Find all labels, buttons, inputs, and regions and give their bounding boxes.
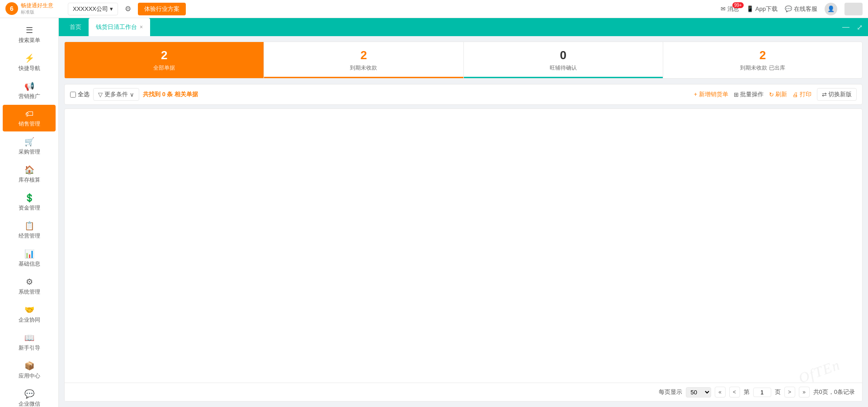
company-name: XXXXXX公司 bbox=[73, 5, 108, 13]
basic-info-icon: 📊 bbox=[24, 249, 34, 259]
switch-label: 切换新版 bbox=[828, 90, 852, 98]
sidebar-item-operations[interactable]: 📋经营管理 bbox=[3, 216, 56, 243]
batch-icon: ⊞ bbox=[734, 91, 739, 98]
sidebar-item-sales[interactable]: 🏷销售管理 bbox=[3, 105, 56, 131]
toolbar-right: + 新增销货单 ⊞ 批量操作 ↻ 刷新 🖨 打印 ⇄ 切换新版 bbox=[694, 88, 857, 101]
toolbar-left: 全选 ▽ 更多条件 ∨ 共找到 0 条 相关单据 bbox=[70, 88, 198, 101]
logo-icon: 6 bbox=[5, 2, 18, 15]
logo-text: 畅捷通好生意 bbox=[21, 2, 53, 9]
logo-sub: 标准版 bbox=[21, 9, 53, 15]
status-card-all[interactable]: 2全部单据 bbox=[65, 42, 264, 78]
sidebar-item-marketing[interactable]: 📢营销推广 bbox=[3, 77, 56, 104]
result-count: 0 bbox=[162, 91, 165, 98]
close-tab-icon[interactable]: × bbox=[140, 24, 143, 30]
app-download-button[interactable]: 📱 App下载 bbox=[746, 5, 778, 13]
avatar[interactable]: 👤 bbox=[825, 3, 837, 15]
nav-window-controls: — ⤢ bbox=[840, 21, 864, 33]
experience-button[interactable]: 体验行业方案 bbox=[138, 3, 186, 15]
sidebar-label-inventory: 库存核算 bbox=[19, 176, 40, 184]
first-page-button[interactable]: « bbox=[715, 387, 726, 398]
cooperation-icon: 🤝 bbox=[24, 305, 34, 315]
topbar: 6 畅捷通好生意 标准版 XXXXXX公司 ▾ ⚙ 体验行业方案 ✉ 消息 99… bbox=[0, 0, 868, 18]
add-order-button[interactable]: + 新增销货单 bbox=[694, 90, 728, 98]
sidebar-item-search[interactable]: ☰搜索菜单 bbox=[3, 21, 56, 48]
sidebar-label-basic-info: 基础信息 bbox=[19, 260, 40, 268]
chevron-down-icon: ▾ bbox=[110, 5, 113, 12]
filter-button[interactable]: ▽ 更多条件 ∨ bbox=[93, 88, 139, 101]
topbar-right: ✉ 消息 99+ 📱 App下载 💬 在线客服 👤 bbox=[721, 3, 863, 15]
sidebar-item-basic-info[interactable]: 📊基础信息 bbox=[3, 244, 56, 271]
print-icon: 🖨 bbox=[793, 91, 798, 98]
sidebar-item-purchase[interactable]: 🛒采购管理 bbox=[3, 132, 56, 159]
sidebar-label-system: 系统管理 bbox=[19, 288, 40, 296]
nav-tab-钱货日清工作台[interactable]: 钱货日清工作台 × bbox=[89, 18, 150, 36]
page-size-label: 每页显示 bbox=[659, 388, 682, 396]
sidebar-item-cooperation[interactable]: 🤝企业协同 bbox=[3, 300, 56, 327]
last-page-button[interactable]: » bbox=[799, 387, 810, 398]
refresh-button[interactable]: ↻ 刷新 bbox=[769, 90, 787, 98]
operations-icon: 📋 bbox=[24, 221, 34, 231]
next-page-button[interactable]: > bbox=[784, 387, 795, 398]
table-area: 每页显示 2050100 « < 第 页 > » 共0页，0条记录 bbox=[64, 108, 863, 402]
sidebar: ☰搜索菜单⚡快捷导航📢营销推广🏷销售管理🛒采购管理🏠库存核算💲资金管理📋经营管理… bbox=[0, 0, 59, 407]
company-selector[interactable]: XXXXXX公司 ▾ bbox=[68, 3, 118, 15]
result-prefix: 共找到 bbox=[143, 91, 160, 98]
batch-operation-button[interactable]: ⊞ 批量操作 bbox=[734, 90, 764, 98]
sidebar-item-quick-nav[interactable]: ⚡快捷导航 bbox=[3, 49, 56, 76]
status-card-overdue_shipped[interactable]: 2到期未收款 已出库 bbox=[663, 42, 862, 78]
card-indicator bbox=[464, 77, 663, 78]
sidebar-label-wechat: 企业微信 bbox=[19, 400, 40, 407]
switch-version-button[interactable]: ⇄ 切换新版 bbox=[817, 88, 857, 101]
card-label: 到期未收款 已出库 bbox=[740, 64, 785, 72]
wechat-icon: 💬 bbox=[24, 389, 34, 399]
sidebar-item-inventory[interactable]: 🏠库存核算 bbox=[3, 160, 56, 187]
select-all-checkbox[interactable]: 全选 bbox=[70, 90, 90, 98]
page-number-input[interactable] bbox=[753, 388, 771, 397]
quick-nav-icon: ⚡ bbox=[24, 53, 34, 63]
pagination-summary: 共0页，0条记录 bbox=[813, 388, 855, 396]
batch-label: 批量操作 bbox=[740, 90, 764, 98]
card-count: 2 bbox=[360, 48, 367, 62]
card-indicator bbox=[264, 77, 463, 78]
card-label: 旺辅待确认 bbox=[550, 64, 577, 72]
marketing-icon: 📢 bbox=[24, 81, 34, 91]
inventory-icon: 🏠 bbox=[24, 165, 34, 175]
filter-icon: ▽ bbox=[98, 91, 103, 98]
maximize-icon[interactable]: ⤢ bbox=[855, 21, 864, 33]
card-indicator bbox=[65, 77, 264, 78]
select-all-input[interactable] bbox=[70, 92, 76, 98]
sidebar-label-operations: 经营管理 bbox=[19, 232, 40, 240]
content-area: 2全部单据2到期未收款0旺辅待确认2到期未收款 已出库 全选 ▽ 更多条件 ∨ … bbox=[59, 36, 868, 407]
page-size-select[interactable]: 2050100 bbox=[686, 387, 711, 398]
status-card-pending[interactable]: 0旺辅待确认 bbox=[464, 42, 663, 78]
print-button[interactable]: 🖨 打印 bbox=[793, 90, 811, 98]
card-count: 2 bbox=[161, 48, 167, 62]
purchase-icon: 🛒 bbox=[24, 137, 34, 147]
sidebar-item-wechat[interactable]: 💬企业微信 bbox=[3, 384, 56, 407]
sidebar-item-guide[interactable]: 📖新手引导 bbox=[3, 328, 56, 356]
messages-button[interactable]: ✉ 消息 99+ bbox=[721, 5, 739, 13]
status-card-overdue[interactable]: 2到期未收款 bbox=[264, 42, 463, 78]
sidebar-menu: ☰搜索菜单⚡快捷导航📢营销推广🏷销售管理🛒采购管理🏠库存核算💲资金管理📋经营管理… bbox=[0, 18, 58, 407]
status-cards: 2全部单据2到期未收款0旺辅待确认2到期未收款 已出库 bbox=[64, 42, 863, 79]
sidebar-item-capital[interactable]: 💲资金管理 bbox=[3, 188, 56, 215]
card-count: 0 bbox=[560, 48, 566, 62]
prev-page-button[interactable]: < bbox=[729, 387, 740, 398]
sidebar-label-search: 搜索菜单 bbox=[19, 37, 40, 44]
refresh-icon: ↻ bbox=[769, 91, 774, 98]
main-content: 2全部单据2到期未收款0旺辅待确认2到期未收款 已出库 全选 ▽ 更多条件 ∨ … bbox=[59, 36, 868, 407]
app-download-label: App下载 bbox=[755, 5, 778, 13]
download-icon: 📱 bbox=[746, 5, 754, 12]
sidebar-item-app-center[interactable]: 📦应用中心 bbox=[3, 356, 56, 384]
user-info[interactable] bbox=[844, 3, 863, 15]
settings-icon[interactable]: ⚙ bbox=[122, 3, 134, 15]
card-label: 全部单据 bbox=[153, 64, 175, 72]
sidebar-item-system[interactable]: ⚙系统管理 bbox=[3, 272, 56, 299]
online-service-button[interactable]: 💬 在线客服 bbox=[785, 5, 817, 13]
avatar-icon: 👤 bbox=[827, 5, 835, 12]
filter-label: 更多条件 bbox=[104, 90, 128, 98]
table-body-empty bbox=[65, 109, 862, 383]
minimize-icon[interactable]: — bbox=[840, 21, 851, 33]
app-center-icon: 📦 bbox=[24, 361, 34, 371]
nav-tab-首页[interactable]: 首页 bbox=[62, 18, 89, 36]
